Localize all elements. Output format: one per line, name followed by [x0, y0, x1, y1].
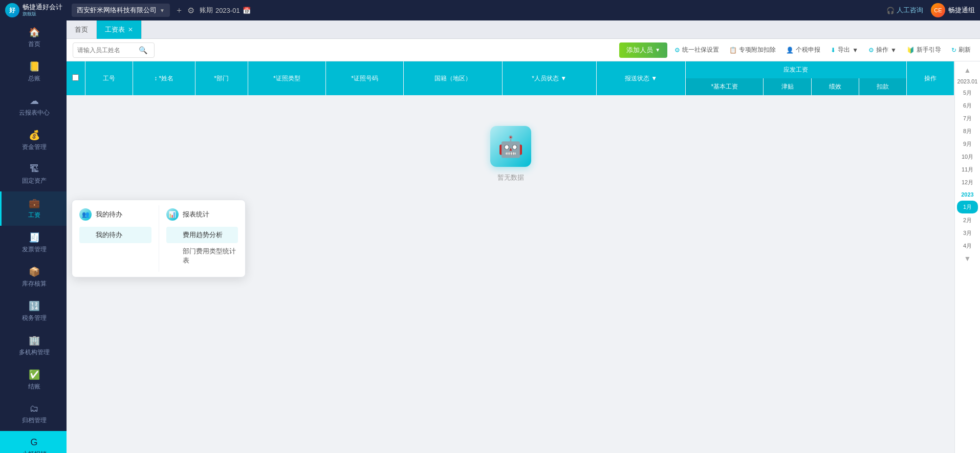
th-nationality: 国籍（地区） [404, 61, 502, 95]
sidebar-label-xiaochang: 小畅报销 [22, 450, 47, 453]
th-salary: 应发工资 [686, 61, 907, 78]
sidebar-label-inventory: 库存核算 [22, 279, 47, 288]
fixed-asset-icon: 🏗 [30, 164, 39, 175]
popup-section-todo-header: 👥 我的待办 [79, 208, 151, 221]
timeline-month-10[interactable]: 10月 [955, 150, 980, 163]
add-person-button[interactable]: 添加人员 ▼ [619, 42, 667, 58]
user-avatar: CE [931, 3, 945, 17]
popup-report-icon: 📊 [166, 208, 179, 221]
table-header-row-1: 工号 ↕ *姓名 *部门 *证照类型 *证照号码 国籍（地区） *人员状态 ▼ … [67, 61, 954, 78]
sidebar-item-home[interactable]: 🏠 首页 [0, 20, 67, 55]
th-report-status[interactable]: 报送状态 ▼ [596, 61, 685, 95]
timeline-down-arrow[interactable]: ▼ [962, 252, 973, 265]
user-info[interactable]: CE 畅捷通组 [931, 3, 975, 17]
fund-icon: 💰 [29, 130, 40, 141]
sidebar-item-multi-org[interactable]: 🏢 多机构管理 [0, 329, 67, 363]
sidebar-label-invoice: 发票管理 [22, 245, 47, 254]
sidebar-item-settlement[interactable]: ✅ 结账 [0, 363, 67, 397]
refresh-button[interactable]: ↻ 刷新 [948, 44, 974, 56]
social-security-icon: ⚙ [674, 47, 680, 54]
sidebar-item-tax[interactable]: 🔢 税务管理 [0, 294, 67, 329]
timeline-year-2023: 2023 [955, 189, 980, 200]
popup-item-cost-trend[interactable]: 费用趋势分析 [166, 227, 238, 243]
th-checkbox[interactable] [67, 61, 85, 95]
tab-home-label: 首页 [75, 25, 88, 34]
personal-tax-label: 个税申报 [796, 46, 820, 54]
tab-payroll-close[interactable]: ✕ [128, 26, 133, 33]
social-security-label: 统一社保设置 [682, 46, 719, 54]
th-name[interactable]: ↕ *姓名 [133, 61, 195, 95]
search-input[interactable] [77, 47, 139, 54]
special-deduct-icon: 📋 [729, 47, 737, 54]
logo-area: 好 畅捷通好会计 旗舰版 [5, 3, 72, 18]
select-all-checkbox[interactable] [72, 74, 79, 81]
timeline-month-4[interactable]: 4月 [955, 240, 980, 252]
top-icons: ＋ ⚙ [175, 5, 194, 16]
popup-item-my-todo[interactable]: 我的待办 [79, 227, 151, 243]
sidebar-label-ledger: 总账 [28, 74, 40, 83]
sidebar-label-multi-org: 多机构管理 [19, 348, 50, 357]
filter-icon-report: ▼ [651, 75, 657, 82]
sidebar-item-xiaochang[interactable]: G 小畅报销 [0, 431, 67, 453]
sidebar-item-ledger[interactable]: 📒 总账 [0, 55, 67, 89]
company-dropdown-arrow: ▼ [160, 8, 165, 13]
sidebar-item-archive[interactable]: 🗂 归档管理 [0, 397, 67, 431]
add-icon[interactable]: ＋ [175, 5, 183, 16]
settings-icon[interactable]: ⚙ [187, 6, 194, 15]
new-guide-button[interactable]: 🔰 新手引导 [904, 44, 944, 56]
sidebar-item-payroll[interactable]: 💼 工资 [0, 191, 67, 226]
logo-text: 畅捷通好会计 旗舰版 [23, 3, 62, 18]
inventory-icon: 📦 [29, 266, 40, 277]
timeline-month-6[interactable]: 6月 [955, 99, 980, 112]
th-allowance: 津贴 [764, 78, 811, 95]
ledger-icon: 📒 [29, 61, 40, 72]
popup-col-todo: 👥 我的待办 我的待办 [72, 200, 159, 277]
sidebar-item-invoice[interactable]: 🧾 发票管理 [0, 226, 67, 260]
tab-payroll[interactable]: 工资表 ✕ [97, 20, 142, 39]
operate-dropdown-arrow: ▼ [890, 47, 897, 54]
sidebar-item-cloud-report[interactable]: ☁ 云报表中心 [0, 89, 67, 123]
th-department: *部门 [195, 61, 248, 95]
timeline-month-8[interactable]: 8月 [955, 125, 980, 138]
timeline-month-7[interactable]: 7月 [955, 112, 980, 125]
th-employee-id: 工号 [85, 61, 133, 95]
tab-payroll-label: 工资表 [105, 25, 125, 34]
sidebar-item-fund[interactable]: 💰 资金管理 [0, 123, 67, 158]
special-deduct-button[interactable]: 📋 专项附加扣除 [726, 44, 779, 56]
sidebar-label-payroll: 工资 [28, 211, 40, 220]
timeline-month-1[interactable]: 1月 [957, 201, 978, 213]
sidebar-item-fixed-asset[interactable]: 🏗 固定资产 [0, 158, 67, 191]
empty-robot-icon: 🤖 [490, 126, 531, 167]
top-bar: 好 畅捷通好会计 旗舰版 西安虾米网络科技有限公司 ▼ ＋ ⚙ 账期 2023-… [0, 0, 980, 20]
refresh-label: 刷新 [959, 46, 971, 54]
personal-tax-button[interactable]: 👤 个税申报 [783, 44, 823, 56]
sidebar-item-inventory[interactable]: 📦 库存核算 [0, 260, 67, 294]
sidebar-label-home: 首页 [28, 40, 40, 49]
customer-service-button[interactable]: 🎧 人工咨询 [886, 6, 923, 15]
timeline-month-3[interactable]: 3月 [955, 227, 980, 240]
popup-report-title: 报表统计 [183, 210, 209, 219]
popup-item-dept-cost-stats[interactable]: 部门费用类型统计表 [166, 243, 238, 269]
tab-bar: 首页 工资表 ✕ [67, 20, 980, 39]
calendar-icon[interactable]: 📅 [243, 7, 251, 14]
popup-todo-title: 我的待办 [96, 210, 122, 219]
empty-state: 🤖 暂无数据 [67, 95, 954, 213]
timeline-month-12[interactable]: 12月 [955, 176, 980, 189]
operate-button[interactable]: ⚙ 操作 ▼ [865, 44, 900, 56]
th-person-status[interactable]: *人员状态 ▼ [502, 61, 596, 95]
invoice-icon: 🧾 [29, 232, 40, 243]
timeline-up-arrow[interactable]: ▲ [962, 64, 973, 76]
home-icon: 🏠 [29, 27, 40, 38]
timeline-month-11[interactable]: 11月 [955, 163, 980, 176]
settlement-icon: ✅ [29, 369, 40, 380]
company-selector[interactable]: 西安虾米网络科技有限公司 ▼ [72, 4, 170, 17]
operate-label: 操作 [876, 46, 888, 54]
timeline-month-5[interactable]: 5月 [955, 87, 980, 99]
export-button[interactable]: ⬇ 导出 ▼ [827, 44, 861, 56]
timeline-month-9[interactable]: 9月 [955, 138, 980, 150]
popup-item-my-todo-label: 我的待办 [96, 231, 122, 239]
social-security-button[interactable]: ⚙ 统一社保设置 [671, 44, 722, 56]
tab-home[interactable]: 首页 [67, 20, 97, 39]
search-icon[interactable]: 🔍 [139, 46, 147, 54]
timeline-month-2[interactable]: 2月 [955, 214, 980, 227]
